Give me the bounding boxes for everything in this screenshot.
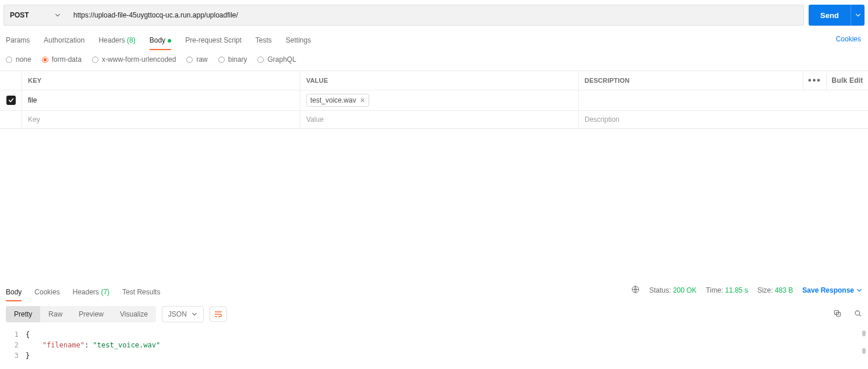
radio-icon (218, 57, 225, 63)
row-value-cell[interactable]: test_voice.wav ✕ (300, 90, 579, 110)
scrollbar-thumb[interactable] (862, 348, 866, 354)
response-code-area[interactable]: 1 { 2 "filename": "test_voice.wav" 3 } (0, 327, 868, 367)
response-tab-body[interactable]: Body (6, 283, 22, 301)
view-tab-pretty[interactable]: Pretty (6, 306, 40, 322)
tab-pre-request[interactable]: Pre-request Script (185, 30, 242, 50)
row-checkbox-cell[interactable] (0, 90, 22, 110)
modified-dot-icon (168, 39, 171, 43)
file-name-label: test_voice.wav (310, 96, 356, 104)
tab-tests[interactable]: Tests (256, 30, 272, 50)
form-data-header-row: KEY VALUE DESCRIPTION ••• Bulk Edit (0, 71, 868, 90)
description-input[interactable] (584, 115, 862, 124)
size-block: Size: 483 B (757, 286, 793, 294)
value-input[interactable] (306, 115, 572, 124)
cookies-link[interactable]: Cookies (832, 29, 865, 49)
body-type-label: form-data (52, 55, 82, 64)
view-tab-visualize[interactable]: Visualize (112, 306, 156, 322)
response-tab-cookies[interactable]: Cookies (34, 283, 59, 301)
request-tabs-left: Params Authorization Headers (8) Body Pr… (3, 28, 313, 50)
send-button[interactable]: Send (809, 5, 851, 26)
spacer (0, 129, 868, 279)
size-label: Size: (757, 286, 773, 294)
body-type-graphql[interactable]: GraphQL (257, 55, 296, 64)
line-number: 1 (0, 329, 26, 340)
row-description-cell[interactable] (579, 111, 868, 128)
http-method-label: POST (10, 11, 29, 19)
response-headers-count: (7) (101, 288, 109, 296)
tab-settings[interactable]: Settings (286, 30, 311, 50)
tab-authorization[interactable]: Authorization (44, 30, 84, 50)
code-line: 3 } (0, 350, 868, 361)
save-response-button[interactable]: Save Response (802, 286, 862, 294)
description-input[interactable] (584, 96, 862, 104)
tab-body-label: Body (150, 36, 165, 44)
tab-headers[interactable]: Headers (8) (98, 30, 135, 50)
response-meta: Status: 200 OK Time: 11.85 s Size: 483 B… (631, 285, 862, 296)
code-line: 2 "filename": "test_voice.wav" (0, 340, 868, 350)
body-type-raw[interactable]: raw (186, 55, 207, 64)
body-type-none[interactable]: none (6, 55, 31, 64)
wrap-icon (214, 310, 223, 319)
toolbar-left: Pretty Raw Preview Visualize JSON (6, 306, 227, 322)
time-value: 11.85 s (725, 286, 748, 294)
language-select[interactable]: JSON (162, 306, 204, 322)
response-tab-headers[interactable]: Headers (7) (73, 283, 109, 301)
row-checkbox-cell (0, 111, 22, 128)
code-token: "test_voice.wav" (93, 341, 161, 349)
http-method-select[interactable]: POST (3, 5, 66, 26)
dots-icon: ••• (808, 75, 821, 86)
copy-button[interactable] (833, 309, 842, 319)
response-tab-test-results[interactable]: Test Results (122, 283, 160, 301)
file-chip[interactable]: test_voice.wav ✕ (306, 94, 369, 107)
code-token: } (26, 352, 30, 360)
time-label: Time: (706, 286, 724, 294)
url-input[interactable] (66, 5, 804, 26)
radio-icon (42, 57, 48, 63)
row-key-cell[interactable] (22, 111, 300, 128)
body-type-form-data[interactable]: form-data (42, 55, 82, 64)
chevron-down-icon (856, 287, 862, 293)
bulk-edit-button[interactable]: Bulk Edit (826, 71, 868, 90)
remove-file-icon[interactable]: ✕ (360, 97, 365, 104)
body-type-label: none (16, 55, 31, 64)
body-type-label: GraphQL (267, 55, 296, 64)
line-number: 2 (0, 340, 26, 350)
header-more-button[interactable]: ••• (803, 71, 826, 90)
body-type-binary[interactable]: binary (218, 55, 247, 64)
view-tab-raw[interactable]: Raw (40, 306, 70, 322)
status-label: Status: (649, 286, 671, 294)
header-key: KEY (22, 71, 300, 90)
key-input[interactable] (28, 115, 294, 124)
search-button[interactable] (853, 309, 862, 319)
code-token: "filename" (42, 341, 84, 349)
row-key-cell[interactable] (22, 90, 300, 110)
svg-point-3 (855, 311, 860, 315)
key-input[interactable] (28, 96, 294, 104)
request-tabs: Params Authorization Headers (8) Body Pr… (0, 28, 868, 51)
tab-body[interactable]: Body (150, 30, 171, 50)
response-toolbar: Pretty Raw Preview Visualize JSON (0, 301, 868, 327)
method-url-group: POST (3, 5, 804, 26)
scrollbar-thumb[interactable] (862, 331, 866, 336)
body-type-label: raw (196, 55, 207, 64)
header-value: VALUE (300, 71, 579, 90)
view-tab-preview[interactable]: Preview (70, 306, 112, 322)
wrap-lines-button[interactable] (210, 307, 227, 322)
code-line: 1 { (0, 329, 868, 340)
search-icon (853, 309, 862, 318)
tab-headers-label: Headers (98, 36, 125, 44)
toolbar-right (833, 309, 862, 319)
table-row-empty (0, 111, 868, 128)
copy-icon (833, 309, 842, 318)
row-value-cell[interactable] (300, 111, 579, 128)
send-dropdown-button[interactable] (851, 5, 865, 26)
form-data-table: KEY VALUE DESCRIPTION ••• Bulk Edit test… (0, 71, 868, 129)
table-row: test_voice.wav ✕ (0, 90, 868, 111)
tab-params[interactable]: Params (6, 30, 30, 50)
row-description-cell[interactable] (579, 90, 868, 110)
radio-icon (92, 57, 98, 63)
globe-icon[interactable] (631, 285, 640, 296)
tab-headers-count: (8) (127, 36, 136, 44)
body-type-label: binary (228, 55, 247, 64)
body-type-x-www[interactable]: x-www-form-urlencoded (92, 55, 176, 64)
